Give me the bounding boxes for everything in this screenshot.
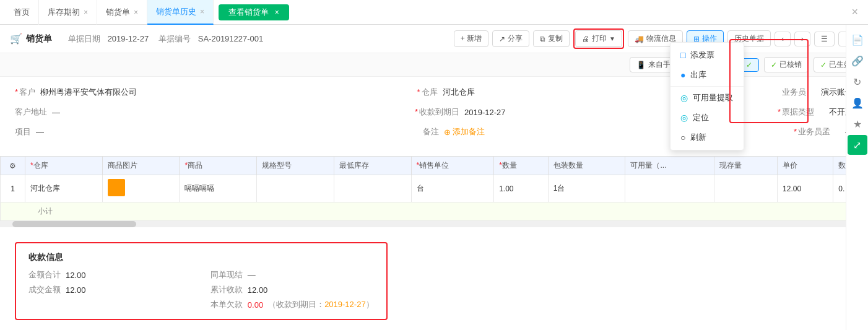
staff2-field: 业务员孟 — bbox=[794, 126, 853, 137]
add-note-icon: ⊕ bbox=[444, 128, 451, 137]
refresh-item[interactable]: ○ 刷新 bbox=[671, 128, 744, 147]
add-note-label: 添加备注 bbox=[453, 126, 485, 137]
balance-value: 0.00 bbox=[248, 300, 263, 310]
due-label: （收款到期日：2019-12-27） bbox=[268, 299, 374, 310]
new-button[interactable]: + 新增 bbox=[454, 30, 488, 47]
nav-prev-button[interactable]: ‹ bbox=[775, 32, 791, 46]
tab-inventory-init[interactable]: 库存期初 × bbox=[39, 0, 97, 25]
table-header-row: ⚙ *仓库 商品图片 *商品 规格型号 最低库存 *销售单位 *数量 包装数量 … bbox=[1, 157, 868, 175]
payment-section: 收款信息 金额合计 12.00 同单现结 — 成交金额 12.00 累计收款 1… bbox=[0, 227, 868, 330]
col-qty: *数量 bbox=[494, 157, 549, 175]
tab-view-sales[interactable]: 查看销货单 × bbox=[219, 4, 289, 20]
window-close-btn[interactable]: × bbox=[846, 6, 863, 19]
product-table: ⚙ *仓库 商品图片 *商品 规格型号 最低库存 *销售单位 *数量 包装数量 … bbox=[0, 156, 868, 221]
nav-next-button[interactable]: › bbox=[794, 32, 810, 46]
print-button[interactable]: 🖨 打印 ▼ bbox=[575, 30, 622, 47]
sidebar-link-icon[interactable]: 🔗 bbox=[848, 51, 867, 71]
date-value: 2019-12-27 bbox=[108, 34, 149, 43]
staff-label: 业务员 bbox=[782, 87, 806, 98]
balance-row: 本单欠款 0.00 （收款到期日：2019-12-27） bbox=[210, 299, 374, 310]
copy-button[interactable]: ⧉ 复制 bbox=[533, 30, 570, 47]
sidebar-expand-icon[interactable]: ⤢ bbox=[848, 135, 867, 155]
share-label: 分享 bbox=[508, 33, 523, 44]
sold-label: 已核销 bbox=[779, 59, 802, 70]
row-unit: 台 bbox=[411, 175, 494, 202]
col-min-stock: 最低库存 bbox=[334, 157, 411, 175]
payment-box: 收款信息 金额合计 12.00 同单现结 — 成交金额 12.00 累计收款 1… bbox=[15, 242, 388, 320]
check-icon: ✓ bbox=[746, 61, 752, 69]
col-unit: *销售单位 bbox=[411, 157, 494, 175]
date-label: 单据日期 bbox=[68, 34, 100, 43]
deal-amount-label: 成交金额 bbox=[28, 284, 61, 295]
warehouse-value: 河北仓库 bbox=[443, 87, 475, 98]
out-warehouse-item[interactable]: ● 出库 bbox=[671, 65, 744, 85]
balance-label: 本单欠款 bbox=[210, 299, 243, 310]
no-meta: 单据编号 SA-20191227-001 bbox=[158, 33, 263, 45]
row-available bbox=[625, 175, 714, 202]
date-meta: 单据日期 2019-12-27 bbox=[68, 33, 149, 45]
row-qty: 1.00 bbox=[494, 175, 549, 202]
scrollbar-thumb[interactable] bbox=[12, 221, 136, 227]
warehouse-label: 仓库 bbox=[417, 87, 438, 98]
col-settings[interactable]: ⚙ bbox=[1, 157, 25, 175]
view-list-button[interactable]: ☰ bbox=[814, 32, 835, 46]
tab-inventory-label: 库存期初 bbox=[48, 7, 80, 18]
tab-history-close[interactable]: × bbox=[200, 7, 204, 16]
doc-meta: 单据日期 2019-12-27 单据编号 SA-20191227-001 bbox=[68, 33, 263, 45]
note-label: 备注 bbox=[423, 126, 439, 137]
tab-home-label: 首页 bbox=[14, 7, 30, 18]
refresh-icon: ○ bbox=[680, 132, 685, 142]
sidebar-star-icon[interactable]: ★ bbox=[848, 114, 867, 134]
row-spec bbox=[257, 175, 334, 202]
new-label: + 新增 bbox=[461, 33, 482, 44]
sold-btn[interactable]: ✓ 已核销 bbox=[764, 57, 809, 72]
address-value: — bbox=[52, 108, 60, 117]
doc-title-text: 销货单 bbox=[26, 33, 52, 45]
deal-amount-value: 12.00 bbox=[66, 285, 86, 295]
project-value: — bbox=[36, 128, 44, 137]
print-icon: 🖨 bbox=[582, 35, 589, 43]
no-label: 单据编号 bbox=[158, 34, 191, 43]
tab-sales-label: 销货单 bbox=[106, 7, 130, 18]
order-settle-value: — bbox=[248, 271, 256, 280]
customer-value: 柳州粤港平安气体有限公司 bbox=[40, 87, 137, 98]
table-row: 1 河北仓库 嗝嗝嗝嗝 台 1.00 1台 12.00 0. bbox=[1, 175, 868, 202]
row-product: 嗝嗝嗝嗝 bbox=[180, 175, 257, 202]
share-button[interactable]: ↗ 分享 bbox=[492, 30, 529, 47]
out-warehouse-icon: ● bbox=[680, 70, 685, 80]
table-scrollbar[interactable] bbox=[0, 221, 868, 227]
col-warehouse: *仓库 bbox=[25, 157, 103, 175]
payment-grid: 金额合计 12.00 同单现结 — 成交金额 12.00 累计收款 12.00 bbox=[28, 269, 374, 310]
nav-prev-icon: ‹ bbox=[781, 35, 784, 43]
print-label: 打印 bbox=[592, 33, 607, 44]
tab-sales-close[interactable]: × bbox=[134, 8, 138, 17]
copy-label: 复制 bbox=[548, 33, 563, 44]
add-note-btn[interactable]: ⊕ 添加备注 bbox=[444, 126, 485, 137]
tab-sales-history[interactable]: 销货单历史 × bbox=[147, 0, 214, 25]
sidebar-user-icon[interactable]: 👤 bbox=[848, 93, 867, 113]
tab-bar: 首页 库存期初 × 销货单 × 销货单历史 × 查看销货单 × × bbox=[0, 0, 868, 25]
ticket-type-label: 票据类型 bbox=[778, 106, 814, 118]
tab-view-close[interactable]: × bbox=[275, 8, 279, 17]
col-available: 可用量（... bbox=[625, 157, 714, 175]
subtotal-label: 小计 bbox=[1, 202, 868, 221]
tab-home[interactable]: 首页 bbox=[5, 0, 39, 25]
truck-icon: 🚚 bbox=[635, 35, 644, 43]
sidebar-doc-icon[interactable]: 📄 bbox=[848, 30, 867, 50]
tab-inventory-close[interactable]: × bbox=[84, 8, 88, 17]
add-invoice-item[interactable]: □ 添发票 bbox=[671, 45, 744, 65]
address-field: 客户地址 — bbox=[15, 106, 378, 118]
locate-icon: ◎ bbox=[680, 113, 688, 123]
tab-sales-order[interactable]: 销货单 × bbox=[97, 0, 147, 25]
available-pickup-item[interactable]: ◎ 可用量提取 bbox=[671, 88, 744, 108]
due-label-text: （收款到期日： bbox=[268, 300, 324, 309]
due-end: ） bbox=[366, 300, 374, 309]
out-warehouse-label: 出库 bbox=[690, 69, 706, 80]
phone-icon: 📱 bbox=[636, 61, 646, 69]
available-pickup-label: 可用量提取 bbox=[693, 92, 733, 103]
col-current: 现存量 bbox=[714, 157, 778, 175]
locate-item[interactable]: ◎ 定位 bbox=[671, 108, 744, 128]
sidebar-refresh-icon[interactable]: ↻ bbox=[848, 72, 867, 92]
operation-dropdown: □ 添发票 ● 出库 ◎ 可用量提取 ◎ 定位 ○ 刷新 bbox=[670, 42, 744, 150]
cumulative-value: 12.00 bbox=[248, 285, 268, 295]
